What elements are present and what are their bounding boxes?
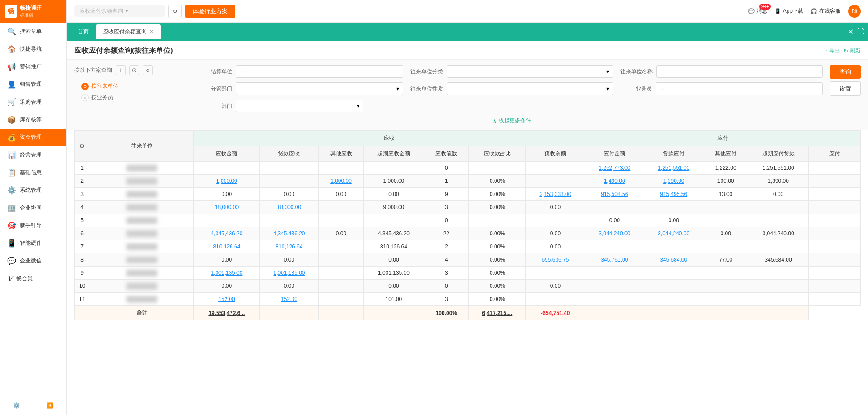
- table-cell[interactable]: [319, 267, 363, 280]
- table-cell[interactable]: 0.00: [526, 240, 585, 253]
- sidebar-item-quick-nav[interactable]: 🏠 快捷导航: [0, 40, 66, 58]
- table-cell[interactable]: 4,345,436.20: [259, 227, 319, 240]
- partner-category-select[interactable]: ▾: [447, 65, 613, 78]
- filter-setting-btn[interactable]: ⊙: [129, 65, 139, 75]
- table-cell[interactable]: 915,508.56: [585, 188, 644, 201]
- table-cell[interactable]: 0.00: [259, 188, 319, 201]
- tab-close-all-icon[interactable]: ✕: [848, 28, 854, 36]
- table-cell[interactable]: 0.00: [644, 214, 703, 227]
- sidebar-item-member[interactable]: Ⅴ 畅会员: [0, 270, 66, 287]
- partner-name-input[interactable]: [656, 65, 823, 78]
- setting-button[interactable]: 设置: [830, 81, 861, 96]
- table-cell[interactable]: 810,126.64: [259, 240, 319, 253]
- table-cell[interactable]: 3,044,240.00: [644, 227, 703, 240]
- table-cell[interactable]: 18,000.00: [194, 201, 259, 214]
- user-avatar[interactable]: Rit: [848, 5, 861, 18]
- table-setting-col[interactable]: ⚙: [75, 131, 90, 162]
- sidebar-settings-btn[interactable]: ⚙️: [9, 400, 24, 411]
- tab-ar-ap[interactable]: 应收应付余额查询 ✕: [96, 24, 161, 39]
- table-cell[interactable]: [644, 240, 703, 253]
- table-cell[interactable]: 1,001,135.00: [194, 267, 259, 280]
- table-cell[interactable]: 3,044,240.00: [585, 227, 644, 240]
- query-button[interactable]: 查询: [830, 65, 861, 79]
- table-cell[interactable]: [585, 267, 644, 280]
- breadcrumb[interactable]: 应收应付余额查询 ▾: [74, 5, 165, 17]
- table-cell[interactable]: 0.00: [526, 280, 585, 293]
- scheme-salesperson[interactable]: ○ 按业务员: [81, 92, 201, 103]
- table-cell[interactable]: [585, 201, 644, 214]
- sidebar-item-corp[interactable]: 🏢 企业协同: [0, 199, 66, 217]
- table-cell[interactable]: 18,000.00: [259, 201, 319, 214]
- table-cell[interactable]: 1,001,135.00: [259, 267, 319, 280]
- table-cell[interactable]: [194, 214, 259, 227]
- table-cell[interactable]: 345,761.00: [585, 253, 644, 267]
- table-cell[interactable]: 152.00: [259, 293, 319, 306]
- table-cell[interactable]: 152.00: [194, 293, 259, 306]
- sidebar-item-wechat[interactable]: 💬 企业微信: [0, 252, 66, 270]
- table-cell[interactable]: [644, 293, 703, 306]
- table-cell[interactable]: [644, 201, 703, 214]
- refresh-button[interactable]: ↻ 刷新: [844, 47, 861, 55]
- table-cell[interactable]: [644, 280, 703, 293]
- table-cell[interactable]: [585, 280, 644, 293]
- table-cell[interactable]: 915,495.56: [644, 188, 703, 201]
- sidebar-item-guide[interactable]: 🎯 新手引导: [0, 217, 66, 234]
- table-cell[interactable]: 0.00: [194, 280, 259, 293]
- scheme-partner-unit[interactable]: ⊙ 按往来单位: [81, 81, 201, 92]
- table-cell[interactable]: 0.00: [259, 280, 319, 293]
- table-cell[interactable]: [319, 214, 363, 227]
- table-cell[interactable]: 0.00: [194, 253, 259, 267]
- table-cell[interactable]: [319, 280, 363, 293]
- table-cell[interactable]: 1,000.00: [319, 175, 363, 188]
- table-cell[interactable]: [259, 162, 319, 175]
- table-settings-icon[interactable]: ⚙: [80, 143, 85, 149]
- partner-nature-select[interactable]: ▾: [447, 82, 613, 95]
- sidebar-item-inventory[interactable]: 📦 库存核算: [0, 111, 66, 129]
- filter-collapse-btn[interactable]: «: [143, 65, 153, 75]
- table-cell[interactable]: 0.00: [259, 253, 319, 267]
- table-cell[interactable]: 0.00: [526, 201, 585, 214]
- sidebar-item-system[interactable]: ⚙️ 系统管理: [0, 181, 66, 199]
- table-cell[interactable]: 1,490.00: [585, 175, 644, 188]
- table-cell[interactable]: 0.00: [319, 227, 363, 240]
- table-cell[interactable]: [194, 162, 259, 175]
- department-select[interactable]: ▾: [236, 100, 363, 112]
- table-cell[interactable]: [319, 253, 363, 267]
- sidebar-item-basic[interactable]: 📋 基础信息: [0, 164, 66, 181]
- table-cell[interactable]: 4,345,436.20: [194, 227, 259, 240]
- table-cell[interactable]: [259, 214, 319, 227]
- collapse-more-conditions-btn[interactable]: ∧ 收起更多条件: [201, 117, 823, 124]
- settlement-unit-input[interactable]: ···: [236, 65, 403, 78]
- table-cell[interactable]: [526, 267, 585, 280]
- table-cell[interactable]: 810,126.64: [194, 240, 259, 253]
- table-cell[interactable]: 2,153,333.00: [526, 188, 585, 201]
- promo-button[interactable]: 体验行业方案: [185, 5, 235, 18]
- sidebar-item-marketing[interactable]: 📢 营销推广: [0, 58, 66, 76]
- table-cell[interactable]: 1,390.00: [644, 175, 703, 188]
- table-cell[interactable]: [319, 162, 363, 175]
- table-cell[interactable]: [319, 293, 363, 306]
- tab-home[interactable]: 首页: [71, 24, 96, 39]
- table-cell[interactable]: [526, 214, 585, 227]
- sidebar-item-sales[interactable]: 👤 销售管理: [0, 76, 66, 93]
- salesperson-input[interactable]: ···: [656, 82, 823, 95]
- table-cell[interactable]: 345,684.00: [644, 253, 703, 267]
- table-cell[interactable]: [259, 175, 319, 188]
- table-cell[interactable]: 655,636.75: [526, 253, 585, 267]
- table-cell[interactable]: 1,000.00: [194, 175, 259, 188]
- tab-expand-icon[interactable]: ⛶: [857, 28, 864, 36]
- table-cell[interactable]: 0.00: [319, 188, 363, 201]
- sidebar-item-search-menu[interactable]: 🔍 搜索菜单: [0, 23, 66, 40]
- filter-add-btn[interactable]: +: [116, 65, 126, 75]
- table-cell[interactable]: [644, 267, 703, 280]
- online-service-button[interactable]: 🎧 在线客服: [811, 7, 841, 15]
- table-cell[interactable]: 0.00: [526, 227, 585, 240]
- tab-close-icon[interactable]: ✕: [149, 29, 154, 35]
- sidebar-collapse-btn[interactable]: ◀️: [42, 400, 58, 411]
- table-cell[interactable]: [526, 162, 585, 175]
- app-download-button[interactable]: 📱 App下载: [774, 7, 803, 15]
- table-cell[interactable]: 0.00: [585, 214, 644, 227]
- table-cell[interactable]: [526, 175, 585, 188]
- sidebar-item-hardware[interactable]: 📱 智能硬件: [0, 234, 66, 252]
- table-cell[interactable]: [319, 201, 363, 214]
